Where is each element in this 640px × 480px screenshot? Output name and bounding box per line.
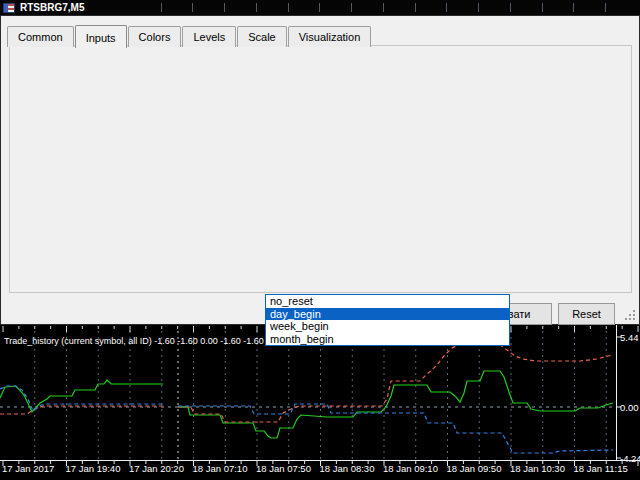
indicator-title: Trade_history (current symbol, all ID) -… <box>4 336 264 346</box>
time-axis-label: 17 Jan 2017 <box>2 463 54 474</box>
chart-window-icon <box>3 3 15 13</box>
sell-profit-line <box>0 386 613 453</box>
profit-chart: 5.440.00-4.2417 Jan 201717 Jan 19:4017 J… <box>0 325 640 480</box>
indicator-properties-dialog: CommonInputsColorsLevelsScaleVisualizati… <box>0 15 640 325</box>
time-axis-label: 18 Jan 09:50 <box>447 463 502 474</box>
resize-grip[interactable] <box>625 310 635 320</box>
time-axis-label: 18 Jan 11:15 <box>574 463 628 474</box>
time-axis-label: 17 Jan 20:20 <box>129 463 184 474</box>
window-titlebar[interactable]: RTSBRG7,M5 <box>0 0 640 15</box>
dropdown-option-no_reset[interactable]: no_reset <box>266 295 509 308</box>
time-axis-label: 18 Jan 09:10 <box>383 463 438 474</box>
tab-page-inputs <box>9 45 632 293</box>
reset-profit-dropdown: no_resetday_beginweek_beginmonth_begin <box>265 294 510 346</box>
dropdown-option-day_begin[interactable]: day_begin <box>266 308 509 321</box>
time-axis-label: 18 Jan 08:30 <box>320 463 375 474</box>
dropdown-option-week_begin[interactable]: week_begin <box>266 320 509 333</box>
time-axis-label: 17 Jan 19:40 <box>66 463 121 474</box>
metatrader-window: { "window": { "title": "RTSBRG7,M5" }, "… <box>0 0 640 480</box>
axes <box>0 325 640 466</box>
time-axis-label: 18 Jan 07:50 <box>256 463 311 474</box>
gridlines <box>35 331 607 460</box>
window-title: RTSBRG7,M5 <box>20 2 84 13</box>
tab-visualization[interactable]: Visualization <box>288 26 372 47</box>
buy-profit-line <box>0 344 613 422</box>
reset-button[interactable]: Reset <box>558 303 615 325</box>
time-axis-label: 18 Jan 07:10 <box>193 463 248 474</box>
time-axis-label: 18 Jan 10:30 <box>510 463 565 474</box>
gridline-tops <box>130 3 630 12</box>
tab-common[interactable]: Common <box>7 26 74 47</box>
tab-colors[interactable]: Colors <box>128 26 182 47</box>
tab-inputs[interactable]: Inputs <box>75 25 127 48</box>
tab-bar: CommonInputsColorsLevelsScaleVisualizati… <box>7 20 372 46</box>
price-axis-label: 5.44 <box>620 332 639 343</box>
tab-levels[interactable]: Levels <box>182 26 236 47</box>
dropdown-option-month_begin[interactable]: month_begin <box>266 333 509 346</box>
price-axis-label: 0.00 <box>620 402 639 413</box>
tab-scale[interactable]: Scale <box>237 26 287 47</box>
indicator-pane: 5.440.00-4.2417 Jan 201717 Jan 19:4017 J… <box>0 325 640 480</box>
